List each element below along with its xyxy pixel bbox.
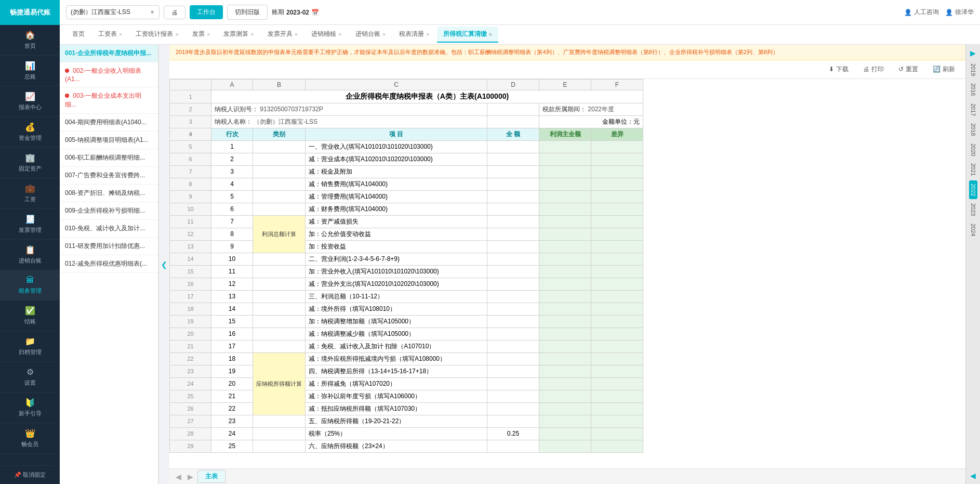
table-row: 7 3 减：税金及附加: [170, 165, 643, 178]
left-panel-item-004[interactable]: 004-期间费用明细表(A1040...: [60, 114, 158, 132]
table-row: 24 20 减：所得减免（填写A107020）: [170, 377, 643, 390]
left-panel-item-012[interactable]: 012-减免所得税优惠明细表(...: [60, 255, 158, 273]
tab-close-icon[interactable]: ×: [426, 31, 429, 37]
table-row: 21 17 减：免税、减计收入及加计 扣除（A107010）: [170, 340, 643, 352]
sidebar-item-archive-mgmt[interactable]: 📁 归档管理: [0, 331, 60, 362]
tab-payroll[interactable]: 工资表 ×: [92, 27, 128, 43]
sidebar-item-settings[interactable]: ⚙ 设置: [0, 362, 60, 393]
col-header-xingci: 行次: [211, 128, 253, 140]
amount-cell: [487, 365, 539, 377]
tab-home[interactable]: 首页: [66, 27, 91, 43]
prev-sheet-button[interactable]: ◀: [174, 472, 183, 482]
diff-cell: [591, 140, 643, 153]
tab-close-icon[interactable]: ×: [175, 31, 178, 37]
ai-consult[interactable]: 👤 人工咨询: [904, 8, 939, 17]
sidebar-item-home[interactable]: 🏠 首页: [0, 25, 60, 56]
year-item-2022[interactable]: 2022: [969, 180, 977, 199]
tab-close-icon[interactable]: ×: [207, 31, 210, 37]
year-item-2024[interactable]: 2024: [969, 220, 977, 239]
row-number: 23: [170, 365, 211, 377]
tab-close-icon[interactable]: ×: [250, 31, 254, 37]
sidebar-item-new-guide[interactable]: 🔰 新手引导: [0, 393, 60, 423]
expand-sidebar-button[interactable]: ▶: [970, 49, 976, 57]
category-cell: [253, 340, 306, 352]
spreadsheet-container[interactable]: A B C D E F 1 企业所: [169, 79, 965, 469]
download-button[interactable]: ⬇ 下载: [825, 63, 853, 75]
sidebar-item-sales-ledger[interactable]: 📋 进销台账: [0, 240, 60, 270]
diff-cell: [591, 265, 643, 278]
col-b-header: B: [253, 79, 306, 90]
left-panel-item-007[interactable]: 007-广告费和业务宣传费跨...: [60, 167, 158, 185]
user-avatar: 👤: [945, 9, 953, 16]
tab-close-icon[interactable]: ×: [382, 31, 386, 37]
refresh-button[interactable]: 🔄 刷新: [929, 63, 959, 75]
sidebar: 畅捷通易代账 🏠 首页 📊 总账 📈 报表中心 💰 资金管理 🏢 固定资产: [0, 0, 60, 484]
tab-sales-audit[interactable]: 进销稽核 ×: [305, 27, 348, 43]
tab-invoice-calc[interactable]: 发票测算 ×: [217, 27, 260, 43]
item-cell: 减：税金及附加: [306, 165, 487, 178]
sidebar-item-vip[interactable]: 👑 畅会员: [0, 423, 60, 454]
year-item-2016[interactable]: 2016: [969, 80, 977, 99]
diff-cell: [591, 352, 643, 365]
sidebar-item-tax-mgmt[interactable]: 🏛 税务管理: [0, 270, 60, 300]
settings-icon: ⚙: [27, 367, 34, 377]
left-panel-item-005[interactable]: 005-纳税调整项目明细表(A1...: [60, 132, 158, 149]
work-tab-button[interactable]: 工作台: [190, 5, 223, 19]
row-number: 6: [170, 153, 211, 165]
left-panel-item-006[interactable]: 006-职工薪酬纳税调整明细...: [60, 149, 158, 167]
switch-old-button[interactable]: 切到旧版: [227, 5, 268, 20]
print-button[interactable]: 🖨 打印: [859, 63, 888, 75]
left-panel-item-008[interactable]: 008-资产折旧、摊销及纳税...: [60, 185, 158, 202]
sidebar-item-settlement[interactable]: ✅ 结账: [0, 300, 60, 331]
print-icon-btn[interactable]: 🖨: [164, 6, 186, 19]
tab-payroll-stats[interactable]: 工资统计报表 ×: [129, 27, 184, 43]
sidebar-item-report-center[interactable]: 📈 报表中心: [0, 86, 60, 117]
year-item-2019[interactable]: 2019: [969, 60, 977, 79]
sidebar-item-invoice-mgmt[interactable]: 🧾 发票管理: [0, 209, 60, 240]
left-panel-item-010[interactable]: 010-免税、减计收入及加计...: [60, 220, 158, 238]
tab-invoice-issue[interactable]: 发票开具 ×: [261, 27, 304, 43]
tab-invoice[interactable]: 发票 ×: [186, 27, 216, 43]
tab-close-icon[interactable]: ×: [338, 31, 341, 37]
collapse-panel-button[interactable]: ❮: [158, 45, 169, 484]
sidebar-item-payroll[interactable]: 💼 工资: [0, 178, 60, 209]
calendar-icon[interactable]: 📅: [311, 9, 319, 16]
row-num-cell: 14: [211, 303, 253, 315]
year-item-2023[interactable]: 2023: [969, 200, 977, 219]
diff-cell: [591, 178, 643, 190]
year-item-2021[interactable]: 2021: [969, 160, 977, 179]
tab-close-icon[interactable]: ×: [295, 31, 298, 37]
profit-cell: [539, 203, 591, 215]
year-item-2017[interactable]: 2017: [969, 100, 977, 119]
sidebar-item-general-ledger[interactable]: 📊 总账: [0, 56, 60, 86]
profit-cell: [539, 178, 591, 190]
left-panel-item-002[interactable]: 002-一般企业收入明细表(A1...: [60, 62, 158, 87]
tab-sales-ledger[interactable]: 进销台账 ×: [349, 27, 392, 43]
left-panel-item-009[interactable]: 009-企业所得税补亏损明细...: [60, 202, 158, 220]
row-number: 22: [170, 352, 211, 365]
sidebar-item-fixed-assets[interactable]: 🏢 固定资产: [0, 148, 60, 178]
left-panel-item-003[interactable]: 003-一般企业成本支出明细...: [60, 87, 158, 114]
left-panel-item-011[interactable]: 011-研发费用加计扣除优惠...: [60, 238, 158, 255]
diff-cell: [591, 203, 643, 215]
tab-close-icon[interactable]: ×: [489, 31, 492, 37]
amount-cell: [487, 165, 539, 178]
year-item-2018[interactable]: 2018: [969, 120, 977, 139]
tab-tax-schedule[interactable]: 税表清册 ×: [393, 27, 435, 43]
left-panel-item-001[interactable]: 001-企业所得税年度纳税申报...: [60, 45, 158, 62]
tab-income-tax[interactable]: 所得税汇算清缴 ×: [437, 27, 498, 43]
company-selector[interactable]: (勿删）江西服宝-LSS ▼: [66, 5, 160, 19]
next-sheet-button[interactable]: ▶: [186, 472, 195, 482]
tab-close-icon[interactable]: ×: [119, 31, 122, 37]
year-item-2020[interactable]: 2020: [969, 140, 977, 159]
collapse-sidebar-button[interactable]: ◀: [970, 472, 976, 480]
content-area: 001-企业所得税年度纳税申报... 002-一般企业收入明细表(A1... 0…: [60, 45, 980, 484]
user-info[interactable]: 👤 徐泽华: [945, 8, 974, 17]
reset-button[interactable]: ↺ 重置: [894, 63, 922, 75]
cancel-pin-button[interactable]: 📌 取消固定: [0, 465, 60, 484]
sidebar-item-fund-mgmt[interactable]: 💰 资金管理: [0, 117, 60, 148]
user-name: 徐泽华: [955, 8, 974, 17]
sheet-tab-main[interactable]: 主表: [197, 470, 226, 483]
sales-icon: 📋: [25, 245, 35, 255]
item-cell: 加：营业外收入(填写A101010\101020\103000): [306, 265, 487, 278]
